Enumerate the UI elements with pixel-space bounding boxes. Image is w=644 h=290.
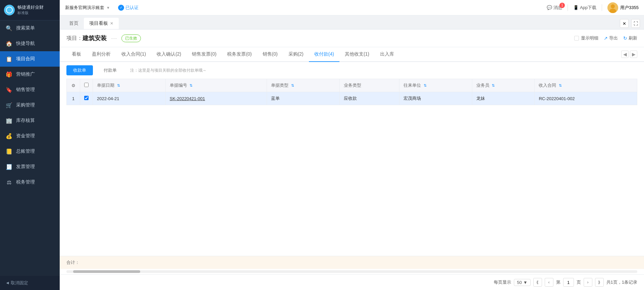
refresh-label: 刷新 — [629, 35, 637, 41]
sub-tab-0[interactable]: 收款单 — [66, 65, 93, 75]
salesman-col-header[interactable]: 业务员 ⇅ — [472, 79, 535, 92]
table-header-row: ⚙ 单据日期 ⇅ 单据编号 ⇅ 单据类型 ⇅ 业务类型 往来单位 ⇅ 业务员 ⇅… — [67, 79, 637, 92]
nav-tab-3[interactable]: 收入确认(2) — [151, 47, 186, 62]
row-docno[interactable]: SK-20220421-001 — [165, 92, 267, 105]
content-area: 项目： 建筑安装 ··· 已生效 显示明细 ↗ 导出 ↻ 刷新 — [60, 29, 644, 290]
sidebar-icon-0: 🔍 — [5, 24, 13, 32]
sidebar-item-5[interactable]: 🛒 采购管理 — [0, 97, 60, 113]
sub-tab-1[interactable]: 付款单 — [97, 65, 123, 75]
nav-tab-2[interactable]: 收入合同(1) — [116, 47, 151, 62]
maximize-window-button[interactable]: ⛶ — [631, 19, 640, 28]
row-contract: RC-20220401-002 — [535, 92, 637, 105]
select-all-checkbox[interactable] — [84, 83, 89, 87]
docno-col-header[interactable]: 单据编号 ⇅ — [165, 79, 267, 92]
total-info: 共1页，1条记录 — [606, 279, 637, 285]
sidebar-item-8[interactable]: 📒 总账管理 — [0, 144, 60, 159]
biztype-col-header: 业务类型 — [339, 79, 399, 92]
scrollbar-track[interactable] — [66, 270, 637, 273]
user-label: 用户3355 — [620, 5, 639, 11]
tab-home[interactable]: 首页 — [64, 18, 84, 29]
sidebar-item-10[interactable]: ⚖ 税务管理 — [0, 174, 60, 190]
table-footer: 合计： — [60, 256, 644, 269]
sidebar-item-6[interactable]: 🏢 库存核算 — [0, 113, 60, 128]
sidebar-label-2: 项目合同 — [16, 56, 35, 62]
sidebar-item-1[interactable]: 🏠 快捷导航 — [0, 36, 60, 51]
prev-page-button[interactable]: ‹ — [545, 278, 553, 287]
row-partner: 宏茂商场 — [399, 92, 472, 105]
export-label: 导出 — [609, 35, 618, 41]
sidebar-label-4: 销售管理 — [16, 87, 35, 93]
nav-tab-9[interactable]: 其他收支(1) — [339, 47, 375, 62]
current-page-input[interactable] — [563, 278, 574, 287]
sidebar-item-0[interactable]: 🔍 搜索菜单 — [0, 20, 60, 36]
doctype-col-header[interactable]: 单据类型 ⇅ — [267, 79, 339, 92]
last-page-button[interactable]: ⟫ — [595, 278, 604, 287]
sidebar-item-3[interactable]: 🎁 营销推广 — [0, 67, 60, 82]
user-menu[interactable]: 用户3355 — [607, 2, 639, 13]
tab-project-board[interactable]: 项目看板 ✕ — [84, 18, 119, 29]
close-window-button[interactable]: ✕ — [620, 19, 629, 28]
app-download-button[interactable]: 📱 App下载 — [573, 5, 596, 11]
export-icon: ↗ — [604, 35, 608, 41]
nav-prev-arrow[interactable]: ◀ — [621, 51, 629, 58]
nav-tab-8[interactable]: 收付款(4) — [309, 47, 339, 62]
nav-next-arrow[interactable]: ▶ — [630, 51, 637, 58]
first-page-button[interactable]: ⟪ — [533, 278, 542, 287]
sidebar-label-9: 发票管理 — [16, 164, 35, 170]
svg-point-1 — [611, 4, 615, 8]
nav-tab-0[interactable]: 看板 — [66, 47, 87, 62]
sidebar-item-4[interactable]: 🔖 销售管理 — [0, 82, 60, 97]
sidebar-label-3: 营销推广 — [16, 71, 35, 77]
sidebar-scroll: 🔍 搜索菜单 🏠 快捷导航 📋 项目合同 🎁 营销推广 🔖 销售管理 🛒 采购管… — [0, 20, 60, 276]
show-detail-checkbox[interactable]: 显示明细 — [574, 35, 598, 41]
sidebar-icon-6: 🏢 — [5, 117, 13, 124]
scrollbar-area[interactable] — [60, 269, 644, 274]
nav-tab-10[interactable]: 出入库 — [375, 47, 399, 62]
partner-col-header[interactable]: 往来单位 ⇅ — [399, 79, 472, 92]
project-actions: 显示明细 ↗ 导出 ↻ 刷新 — [574, 35, 637, 41]
nav-tabs: 看板盈利分析收入合同(1)收入确认(2)销售发票(0)税务发票(0)销售(0)采… — [60, 47, 644, 62]
project-header: 项目： 建筑安装 ··· 已生效 显示明细 ↗ 导出 ↻ 刷新 — [60, 29, 644, 47]
row-salesman: 龙妹 — [472, 92, 535, 105]
sidebar-item-2[interactable]: 📋 项目合同 — [0, 51, 60, 67]
topbar-right: 💬 消息 1 📱 App下载 用户3355 — [547, 2, 639, 13]
topbar: 新服务官网演示账套 ▼ ✓ 已认证 💬 消息 1 📱 App下载 — [60, 0, 644, 15]
project-status-badge: 已生效 — [121, 34, 141, 42]
nav-tab-4[interactable]: 销售发票(0) — [186, 47, 222, 62]
row-doctype: 蓝单 — [267, 92, 339, 105]
export-button[interactable]: ↗ 导出 — [604, 35, 618, 41]
sidebar-icon-8: 📒 — [5, 148, 13, 155]
sidebar-icon-2: 📋 — [5, 55, 13, 63]
settings-col-header[interactable]: ⚙ — [67, 79, 80, 92]
nav-tab-5[interactable]: 税务发票(0) — [222, 47, 257, 62]
sidebar-item-9[interactable]: 🧾 发票管理 — [0, 159, 60, 174]
scrollbar-thumb[interactable] — [73, 270, 140, 273]
table-row[interactable]: 1 2022-04-21 SK-20220421-001 蓝单 应收款 宏茂商场… — [67, 92, 637, 105]
checkbox-col-header[interactable] — [80, 79, 93, 92]
nav-tab-7[interactable]: 采购(2) — [283, 47, 309, 62]
tab-project-board-label: 项目看板 — [89, 20, 108, 26]
sidebar-icon-9: 🧾 — [5, 163, 13, 170]
page-size-select[interactable]: 50 ▼ — [514, 279, 530, 286]
project-title: 建筑安装 — [83, 34, 107, 42]
message-button[interactable]: 💬 消息 1 — [547, 5, 562, 11]
sidebar-label-8: 总账管理 — [16, 148, 35, 154]
tab-bar: 首页 项目看板 ✕ ✕ ⛶ — [60, 15, 644, 29]
row-checkbox[interactable] — [84, 96, 89, 100]
app-title-block: 畅捷通好业财 标准版 — [17, 5, 44, 15]
sidebar-item-7[interactable]: 💰 资金管理 — [0, 128, 60, 144]
sidebar-icon-5: 🛒 — [5, 101, 13, 109]
sidebar-unpin-button[interactable]: ◄ 取消固定 — [0, 276, 60, 290]
demo-account-selector[interactable]: 新服务官网演示账套 ▼ — [65, 5, 110, 11]
refresh-button[interactable]: ↻ 刷新 — [623, 35, 637, 41]
project-more-button[interactable]: ··· — [111, 35, 117, 41]
next-page-button[interactable]: › — [584, 278, 592, 287]
nav-tab-1[interactable]: 盈利分析 — [87, 47, 116, 62]
nav-tab-6[interactable]: 销售(0) — [257, 47, 283, 62]
date-col-header[interactable]: 单据日期 ⇅ — [93, 79, 166, 92]
sidebar-label-0: 搜索菜单 — [16, 25, 35, 31]
row-checkbox-cell[interactable] — [80, 92, 93, 105]
contract-col-header[interactable]: 收入合同 ⇅ — [535, 79, 637, 92]
tab-close-button[interactable]: ✕ — [110, 21, 113, 26]
sidebar-label-10: 税务管理 — [16, 179, 35, 185]
